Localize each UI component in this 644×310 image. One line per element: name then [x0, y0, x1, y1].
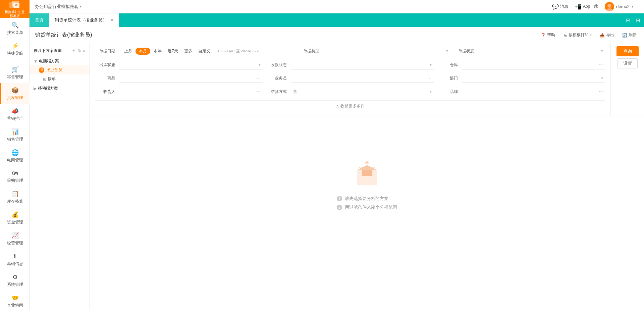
goods-label: 商品 [95, 75, 115, 81]
main-body: 1 请先选择要分析的方案 2 用过滤条件来缩小分析范围 [90, 116, 644, 251]
export-btn[interactable]: 📤 导出 [598, 31, 616, 39]
goods-control[interactable]: ··· [119, 73, 263, 83]
svg-point-8 [366, 162, 368, 164]
staff-control[interactable]: ··· [291, 73, 434, 83]
sidebar-item-enterprise[interactable]: 🤝 企业协同 [0, 291, 30, 310]
brand-label: 品牌 [438, 89, 458, 95]
collapse-btn[interactable]: ∧ 收起更多条件 [95, 100, 605, 112]
doc-status-control[interactable]: ▾ [478, 47, 605, 56]
sidebar-item-retail[interactable]: 🛒 零售管理 [0, 62, 30, 83]
sidebar-item-finance[interactable]: 💰 资金管理 [0, 208, 30, 228]
sidebar-item-operations[interactable]: 📈 经营管理 [0, 228, 30, 249]
collection-status-label: 收款状态 [267, 62, 287, 68]
header-right: 💬 消息 📲 App下载 demo2 ▾ [552, 2, 639, 11]
edit-schema-btn[interactable]: ✎ [77, 48, 82, 54]
sidebar-item-wholesale[interactable]: 📦 批发管理 [0, 83, 30, 104]
tab-close-icon[interactable]: ✕ [110, 18, 113, 22]
empty-tip-1-text: 请先选择要分析的方案 [345, 196, 388, 202]
dept-control[interactable]: ▾ [462, 73, 605, 83]
filter-row-4: 收货人 ··· 结算方式 ✕ ▾ 品牌 ··· [95, 87, 605, 96]
date-tabs-control[interactable]: 上月 本月 本年 近7天 更多 自定义 2023-03-01 至 2023-03… [119, 46, 295, 56]
add-schema-btn[interactable]: ＋ [71, 48, 76, 54]
schema-sub-item-by-order[interactable]: ⊞ 按单 [30, 74, 90, 84]
tab-minimize-btn[interactable]: ⊟ [625, 16, 632, 25]
collection-status-control[interactable]: ▾ [291, 60, 434, 69]
sidebar-item-ecommerce[interactable]: 🌐 电商管理 [0, 146, 30, 166]
quick-icon: ⚡ [11, 42, 19, 50]
settlement-control[interactable]: ✕ ▾ [291, 87, 434, 96]
schema-item-by-staff[interactable]: 员 按业务员 [30, 65, 90, 74]
sidebar-item-search[interactable]: 🔍 搜索菜单 [0, 18, 30, 39]
inventory-icon: 📋 [11, 190, 19, 198]
doc-type-control[interactable]: ▾ [323, 47, 450, 56]
operations-icon: 📈 [11, 232, 19, 239]
svg-point-3 [607, 4, 611, 8]
sidebar-item-base[interactable]: ℹ 基础信息 [0, 249, 30, 270]
date-tab-7days[interactable]: 近7天 [165, 48, 181, 55]
sidebar-item-inventory[interactable]: 📋 库存核算 [0, 187, 30, 208]
settings-btn[interactable]: 设置 [618, 58, 638, 68]
sidebar-item-sales[interactable]: 📊 销售管理 [0, 125, 30, 146]
sidebar-item-quick[interactable]: ⚡ 快捷导航 [0, 39, 30, 60]
sidebar-item-label-base: 基础信息 [7, 261, 23, 267]
sidebar-item-marketing[interactable]: 📣 营销推广 [0, 104, 30, 125]
print-label: 按模板打印 [569, 32, 589, 38]
query-btn[interactable]: 查询 [616, 46, 639, 56]
sidebar-item-system[interactable]: ⚙ 系统管理 [0, 270, 30, 291]
schema-group-mobile-title[interactable]: ▶ 移动端方案 [30, 84, 90, 93]
date-tab-more[interactable]: 更多 [181, 48, 195, 55]
page-title: 销货单统计表(按业务员) [35, 32, 92, 39]
date-tab-this-month[interactable]: 本月 [136, 48, 150, 55]
page-header: 销货单统计表(按业务员) ❓ 帮助 🖨 按模板打印 ▾ 📤 导出 🔄 刷新 [30, 27, 644, 42]
base-icon: ℹ [14, 253, 16, 260]
sidebar-item-label-search: 搜索菜单 [7, 30, 23, 36]
tab-maximize-btn[interactable]: ⊞ [634, 16, 641, 25]
nav-tab-actions: ⊟ ⊞ [625, 16, 644, 25]
recipient-label: 收货人 [95, 89, 115, 95]
sidebar: 畅捷通好生意 标准版 🔍 搜索菜单 ⚡ 快捷导航 🛒 零售管理 📦 批发管理 📣… [0, 0, 30, 310]
user-name: demo2 [616, 4, 630, 9]
print-icon: 🖨 [563, 33, 567, 38]
sales-icon: 📊 [11, 128, 19, 136]
svg-point-4 [606, 8, 613, 11]
help-btn[interactable]: ❓ 帮助 [539, 31, 557, 39]
message-btn[interactable]: 💬 消息 [552, 3, 568, 10]
out-status-control[interactable]: ▾ [119, 60, 263, 69]
goods-dots: ··· [256, 75, 260, 81]
logo-icon [9, 0, 21, 9]
doc-type-chevron-icon: ▾ [446, 49, 448, 53]
svg-rect-7 [362, 170, 372, 176]
tab-home-label: 首页 [35, 17, 44, 23]
print-dropdown-icon: ▾ [590, 33, 592, 37]
schema-group-pc-title[interactable]: ▼ 电脑端方案 [30, 56, 90, 65]
main-area: 办公用品行业模拟账套 ▾ 💬 消息 📲 App下载 demo2 ▾ [30, 0, 644, 310]
date-tab-this-year[interactable]: 本年 [151, 48, 164, 55]
date-tab-custom[interactable]: 自定义 [196, 48, 213, 55]
action-sidebar: 查询 设置 [610, 42, 644, 116]
filter-main: 单据日期 上月 本月 本年 近7天 更多 自定义 2023-03-01 至 20… [90, 42, 610, 116]
settlement-clear-btn[interactable]: ✕ [293, 89, 298, 94]
collapse-panel-btn[interactable]: « [83, 48, 86, 54]
sidebar-item-purchase[interactable]: 🛍 采购管理 [0, 166, 30, 187]
schema-group-pc-label: 电脑端方案 [39, 58, 59, 64]
recipient-control[interactable]: ··· [119, 87, 263, 96]
brand-control[interactable]: ··· [462, 87, 605, 96]
finance-icon: 💰 [11, 211, 19, 218]
app-download-btn[interactable]: 📲 App下载 [575, 3, 598, 10]
warehouse-control[interactable]: ··· [462, 60, 605, 69]
tab-home[interactable]: 首页 [30, 13, 49, 27]
print-btn[interactable]: 🖨 按模板打印 ▾ [561, 31, 594, 39]
refresh-btn[interactable]: 🔄 刷新 [620, 31, 639, 39]
sidebar-logo[interactable]: 畅捷通好生意 标准版 [0, 0, 30, 18]
empty-tip-2: 2 用过滤条件来缩小分析范围 [337, 204, 397, 210]
filter-and-actions: 单据日期 上月 本月 本年 近7天 更多 自定义 2023-03-01 至 20… [90, 42, 644, 116]
search-icon: 🔍 [11, 21, 19, 29]
user-profile[interactable]: demo2 ▾ [605, 2, 633, 11]
date-tab-last-month[interactable]: 上月 [121, 48, 135, 55]
dept-label: 部门 [438, 75, 458, 81]
refresh-icon: 🔄 [622, 33, 627, 38]
tab-sales-stat[interactable]: 销货单统计表（按业务员） ✕ [49, 13, 119, 27]
topbar-chevron-icon[interactable]: ▾ [80, 4, 82, 9]
schema-group-pc-arrow: ▼ [34, 59, 38, 64]
sidebar-item-label-quick: 快捷导航 [7, 51, 23, 56]
